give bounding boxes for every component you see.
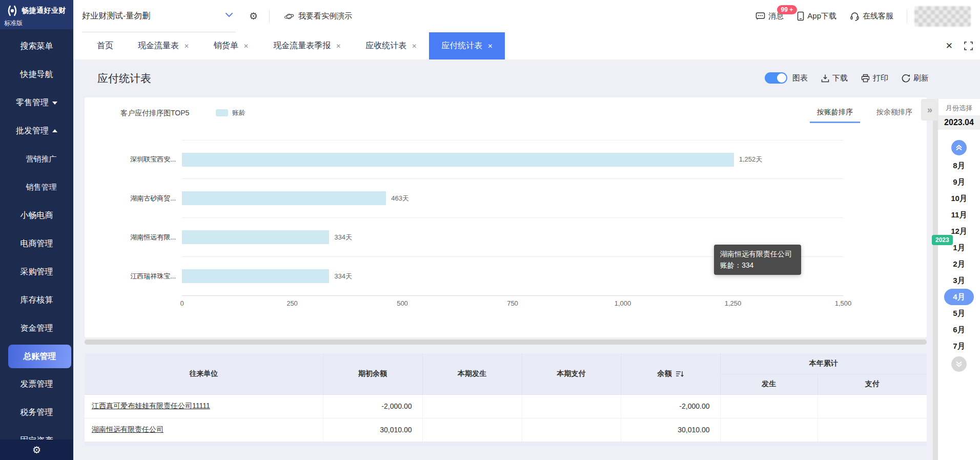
chart-bar[interactable] — [182, 191, 386, 205]
print-button[interactable]: 打印 — [861, 73, 888, 83]
sidebar-item-label: 发票管理 — [21, 379, 53, 390]
amount-cell — [522, 418, 621, 442]
amount-cell: -2,000.00 — [323, 394, 422, 418]
sort-by-age-tab[interactable]: 按账龄排序 — [813, 105, 857, 123]
tab-close-icon[interactable]: ✕ — [412, 43, 417, 50]
fullscreen-icon[interactable] — [964, 42, 973, 50]
sidebar-item-label: 零售管理 — [16, 97, 49, 108]
tab-list: 首页现金流量表✕销货单✕现金流量表季报✕应收统计表✕应付统计表✕ — [85, 32, 505, 59]
chart-value-label: 334天 — [334, 272, 352, 281]
tab-item[interactable]: 应收统计表✕ — [353, 32, 429, 59]
tab-close-icon[interactable]: ✕ — [336, 43, 341, 50]
tab-close-icon[interactable]: ✕ — [487, 43, 493, 50]
download-button[interactable]: 下载 — [821, 73, 848, 83]
month-item[interactable]: 9月 — [938, 174, 980, 190]
sidebar-item[interactable]: 库存核算 — [0, 286, 73, 314]
company-link[interactable]: 湖南恒远有限责任公司 — [92, 425, 164, 433]
month-item[interactable]: 6月 — [938, 322, 980, 338]
download-icon — [821, 74, 829, 83]
tab-close-icon[interactable]: ✕ — [243, 43, 249, 50]
chart-value-label: 334天 — [334, 233, 352, 242]
sort-by-balance-tab[interactable]: 按余额排序 — [872, 105, 916, 123]
sidebar-item-label: 快捷导航 — [21, 69, 53, 80]
month-item-active[interactable]: 4月 — [944, 289, 974, 305]
month-item[interactable]: 8月 — [938, 157, 980, 174]
chart-ticks: 02505007501,0001,2501,500 — [182, 296, 843, 309]
app-download-label: App下载 — [807, 11, 836, 21]
month-item[interactable]: 7月 — [938, 338, 980, 354]
current-period: 2023.04 — [938, 115, 980, 130]
col-header-balance: 余额 — [621, 353, 720, 394]
user-profile-blurred[interactable] — [914, 6, 971, 27]
amount-cell — [818, 394, 927, 418]
sidebar-item[interactable]: 总账管理 — [8, 345, 71, 368]
company-link[interactable]: 江西真可爱布娃娃有限责任公司11111 — [92, 402, 210, 410]
sidebar-item[interactable]: 资金管理 — [0, 314, 73, 343]
table-card: 往来单位 期初余额 本期发生 本期支付 余额 — [85, 353, 927, 446]
tab-item[interactable]: 现金流量表✕ — [126, 32, 201, 59]
chart-bar[interactable] — [182, 153, 734, 167]
chart-category-label: 湖南恒远有限... — [85, 233, 182, 242]
scroll-up-button[interactable] — [951, 140, 967, 155]
sidebar-item[interactable]: 搜索菜单 — [0, 32, 73, 61]
demo-link[interactable]: 我要看实例演示 — [284, 11, 352, 21]
chart-bar[interactable] — [182, 230, 329, 244]
month-item[interactable]: 10月 — [938, 190, 980, 207]
app-download-button[interactable]: App下载 — [797, 11, 836, 21]
divider — [907, 10, 907, 23]
sidebar-item[interactable]: 采购管理 — [0, 258, 73, 286]
sidebar-item[interactable]: 批发管理 — [0, 117, 73, 145]
sidebar-item[interactable]: 税务管理 — [0, 398, 73, 427]
amount-cell — [720, 418, 818, 442]
brand-edition: 标准版 — [4, 19, 23, 28]
month-panel: 月份选择 2023.04 8月9月10月11月12月1月2月3月4月5月6月7月… — [938, 99, 980, 460]
vertical-scroll-track[interactable] — [933, 99, 938, 460]
sub-header-paid: 支付 — [818, 374, 927, 394]
month-item[interactable]: 11月 — [938, 207, 980, 223]
tab-active[interactable]: 应付统计表✕ — [429, 32, 505, 59]
tab-item[interactable]: 首页 — [85, 32, 126, 59]
month-item[interactable]: 2月 — [938, 256, 980, 272]
chart-value-label: 463天 — [391, 194, 409, 203]
tabbar: 首页现金流量表✕销货单✕现金流量表季报✕应收统计表✕应付统计表✕ ✕ — [73, 32, 980, 59]
main-content: 应付统计表 图表 下载 — [73, 59, 980, 460]
company-selector[interactable]: 好业财测试-量勿删 — [82, 0, 236, 32]
sidebar-item[interactable]: 营销推广 — [0, 145, 73, 173]
support-label: 在线客服 — [863, 11, 893, 21]
tab-item[interactable]: 销货单✕ — [201, 32, 261, 59]
panel-collapse-button[interactable]: » — [921, 99, 938, 121]
close-all-icon[interactable]: ✕ — [946, 41, 953, 51]
sidebar-item[interactable]: 发票管理 — [0, 370, 73, 398]
messages-badge: 99 + — [777, 5, 798, 14]
refresh-button[interactable]: 刷新 — [902, 73, 929, 83]
month-item[interactable]: 5月 — [938, 305, 980, 322]
sidebar-item[interactable]: 快捷导航 — [0, 61, 73, 89]
settings-gear-icon[interactable]: ⚙ — [32, 444, 41, 456]
chart-toggle-switch[interactable] — [765, 72, 787, 84]
chart-band: 463天 — [182, 179, 843, 218]
chart-category-label: 湖南古砂商贸... — [85, 194, 182, 203]
month-item[interactable]: 3月 — [938, 272, 980, 289]
chart-category-label: 江西瑞祥珠宝... — [85, 272, 182, 281]
messages-button[interactable]: 消息 99 + — [756, 11, 784, 21]
sort-icon[interactable] — [676, 370, 684, 377]
tab-close-icon[interactable]: ✕ — [184, 43, 189, 50]
sidebar-item-label: 资金管理 — [21, 323, 53, 334]
scroll-down-button[interactable] — [951, 356, 967, 372]
settings-gear-icon[interactable]: ⚙ — [249, 10, 258, 22]
sidebar-item[interactable]: 电商管理 — [0, 230, 73, 258]
sidebar-footer: ⚙ — [0, 439, 73, 460]
chart-card: 客户应付排序图TOP5 账龄 按账龄排序 按余额排序 深圳联宝西安...1,25… — [85, 97, 927, 337]
x-tick-label: 1,000 — [615, 299, 631, 307]
sidebar-item[interactable]: 销售管理 — [0, 173, 73, 202]
horizontal-scrollbar-thumb[interactable] — [85, 339, 927, 345]
chart-legend[interactable]: 账龄 — [216, 108, 246, 117]
support-button[interactable]: 在线客服 — [850, 11, 893, 21]
tab-label: 销货单 — [214, 41, 238, 51]
sidebar-item[interactable]: 零售管理 — [0, 89, 73, 117]
topbar-right: 消息 99 + App下载 在线客服 — [756, 6, 980, 27]
tab-item[interactable]: 现金流量表季报✕ — [261, 32, 353, 59]
refresh-label: 刷新 — [913, 73, 929, 83]
sidebar-item[interactable]: 小畅电商 — [0, 202, 73, 230]
chart-bar[interactable] — [182, 269, 329, 283]
